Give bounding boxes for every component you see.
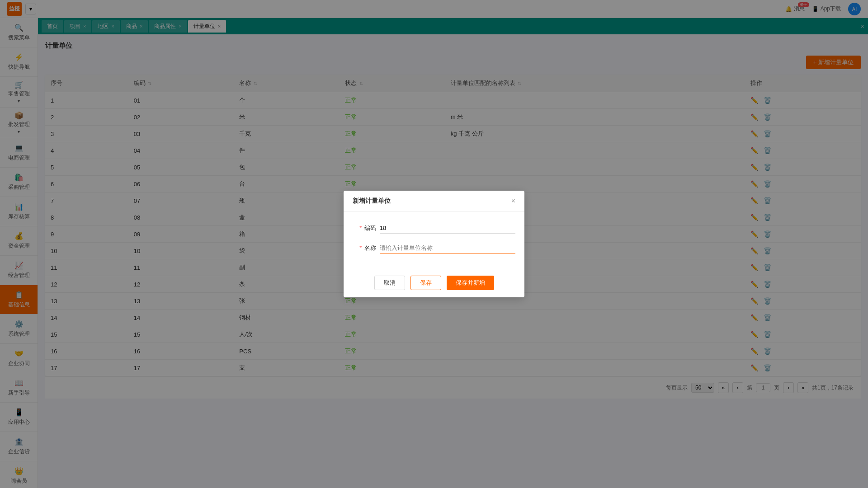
modal-footer: 取消 保存 保存并新增 — [344, 270, 524, 297]
name-field-label: * 名称 — [353, 244, 380, 252]
modal-title: 新增计量单位 — [353, 197, 391, 205]
code-label-text: 编码 — [364, 225, 376, 231]
modal-close-button[interactable]: × — [511, 197, 515, 205]
name-input[interactable] — [380, 243, 515, 253]
code-field-row: * 编码 — [353, 223, 515, 234]
cancel-button[interactable]: 取消 — [374, 276, 405, 290]
code-field-label: * 编码 — [353, 224, 380, 232]
save-button[interactable]: 保存 — [410, 276, 441, 290]
code-required-mark: * — [359, 225, 362, 231]
name-required-mark: * — [359, 244, 362, 251]
modal-header: 新增计量单位 × — [344, 191, 524, 212]
modal-body: * 编码 * 名称 — [344, 212, 524, 270]
save-and-new-button[interactable]: 保存并新增 — [447, 276, 494, 290]
name-label-text: 名称 — [364, 244, 376, 251]
code-input[interactable] — [380, 223, 515, 234]
modal-overlay[interactable]: 新增计量单位 × * 编码 * 名称 取消 保存 保存并新增 — [0, 0, 868, 488]
add-unit-modal: 新增计量单位 × * 编码 * 名称 取消 保存 保存并新增 — [344, 191, 524, 297]
name-field-row: * 名称 — [353, 243, 515, 253]
